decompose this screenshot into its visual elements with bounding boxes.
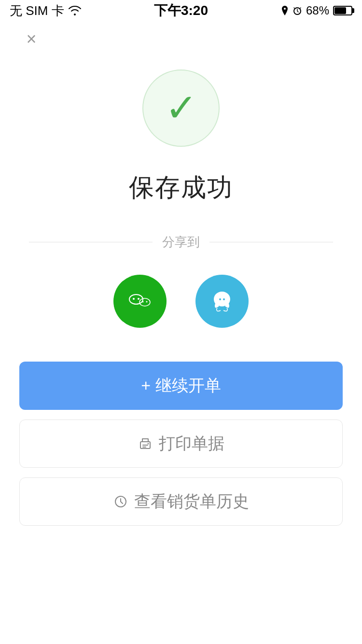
share-divider: 分享到 <box>0 234 362 251</box>
close-icon: × <box>26 30 36 48</box>
alarm-icon <box>292 6 302 15</box>
main-content: ✓ 保存成功 分享到 <box>0 21 362 526</box>
history-button[interactable]: 查看销货单历史 <box>19 477 343 526</box>
battery-label: 68% <box>306 4 329 17</box>
share-wechat-button[interactable] <box>113 275 167 328</box>
svg-rect-10 <box>142 447 146 448</box>
history-icon <box>113 494 128 509</box>
print-button[interactable]: 打印单据 <box>19 420 343 468</box>
svg-point-0 <box>284 8 286 10</box>
svg-point-5 <box>138 298 139 300</box>
status-bar: 无 SIM 卡 下午3:20 68% <box>0 0 362 21</box>
carrier-label: 无 SIM 卡 <box>10 2 64 19</box>
location-icon <box>281 6 289 15</box>
status-right: 68% <box>281 4 352 17</box>
print-icon <box>138 436 153 451</box>
action-buttons: + 继续开单 打印单据 查看销货单历史 <box>0 362 362 526</box>
wifi-icon <box>68 6 82 15</box>
svg-point-4 <box>133 298 135 300</box>
history-label: 查看销货单历史 <box>134 490 249 513</box>
wechat-logo-icon <box>126 288 153 315</box>
svg-point-7 <box>146 301 148 303</box>
status-left: 无 SIM 卡 <box>10 2 82 19</box>
success-circle: ✓ <box>142 70 220 147</box>
checkmark-icon: ✓ <box>165 89 197 127</box>
divider-line-right <box>209 242 333 242</box>
svg-point-11 <box>148 443 149 445</box>
success-title: 保存成功 <box>129 171 233 205</box>
close-button[interactable]: × <box>19 27 43 51</box>
share-qq-button[interactable] <box>195 275 249 328</box>
svg-point-6 <box>142 301 144 303</box>
continue-order-button[interactable]: + 继续开单 <box>19 362 343 410</box>
print-label: 打印单据 <box>159 433 224 455</box>
svg-rect-9 <box>142 445 148 446</box>
share-divider-label: 分享到 <box>153 234 209 251</box>
continue-order-label: + 继续开单 <box>141 375 221 397</box>
share-icons <box>113 275 249 328</box>
battery-icon <box>333 6 352 15</box>
qq-logo-icon <box>209 288 236 315</box>
divider-line-left <box>29 242 153 242</box>
status-time: 下午3:20 <box>154 1 208 20</box>
